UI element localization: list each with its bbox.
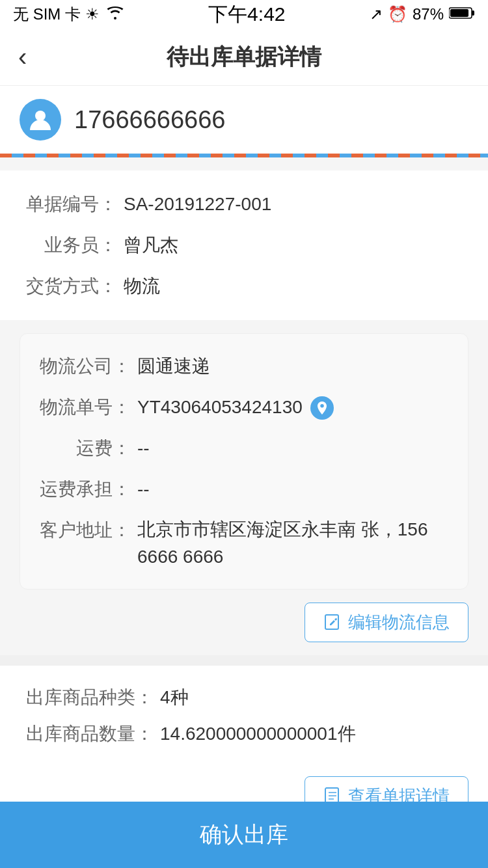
logistics-company-value: 圆通速递: [131, 352, 448, 381]
avatar: [20, 99, 61, 141]
goods-type-value: 4种: [154, 685, 462, 710]
freight-bear-value: --: [131, 475, 448, 504]
svg-rect-2: [450, 9, 468, 17]
order-info-section: 单据编号： SA-20191227-001 业务员： 曾凡杰 交货方式： 物流: [0, 170, 488, 320]
order-number-value: SA-20191227-001: [117, 190, 462, 219]
tracking-number: YT43064053424130: [137, 393, 303, 422]
battery-icon: [449, 5, 475, 23]
dashed-divider: [0, 154, 488, 157]
salesperson-value: 曾凡杰: [117, 231, 462, 260]
logistics-company-row: 物流公司： 圆通速递: [40, 352, 448, 381]
freight-bear-row: 运费承担： --: [40, 475, 448, 504]
user-card: 17666666666: [0, 86, 488, 154]
address-row: 客户地址： 北京市市辖区海淀区永丰南 张，156 6666 6666: [40, 516, 448, 571]
confirm-btn-wrap: 确认出库: [0, 802, 488, 868]
wifi-icon: [106, 5, 124, 23]
edit-logistics-button[interactable]: 编辑物流信息: [305, 603, 468, 642]
status-left: 无 SIM 卡 ☀: [13, 4, 124, 25]
battery-percent: 87%: [413, 5, 444, 23]
order-number-row: 单据编号： SA-20191227-001: [26, 190, 462, 219]
gray-divider: [0, 655, 488, 666]
tracking-row: 物流单号： YT43064053424130: [40, 393, 448, 422]
svg-point-3: [35, 111, 46, 121]
salesperson-label: 业务员：: [26, 231, 117, 260]
logistics-company-label: 物流公司：: [40, 352, 131, 381]
goods-section: 出库商品种类： 4种 出库商品数量： 14.620000000000001件: [0, 666, 488, 766]
nav-bar: ‹ 待出库单据详情: [0, 29, 488, 86]
address-label: 客户地址：: [40, 516, 131, 545]
salesperson-row: 业务员： 曾凡杰: [26, 231, 462, 260]
status-bar: 无 SIM 卡 ☀ 下午4:42 ↗ ⏰ 87%: [0, 0, 488, 29]
goods-type-label: 出库商品种类：: [26, 685, 154, 710]
freight-label: 运费：: [40, 434, 131, 463]
back-button[interactable]: ‹: [18, 42, 27, 72]
freight-value: --: [131, 434, 448, 463]
status-time: 下午4:42: [208, 1, 285, 28]
goods-quantity-value: 14.620000000000001件: [154, 722, 462, 746]
sim-status: 无 SIM 卡 ☀: [13, 4, 100, 25]
goods-type-row: 出库商品种类： 4种: [26, 685, 462, 710]
edit-logistics-wrap: 编辑物流信息: [0, 603, 488, 655]
location-arrow-icon: ↗: [370, 5, 383, 23]
freight-row: 运费： --: [40, 434, 448, 463]
edit-icon: [323, 613, 342, 631]
delivery-value: 物流: [117, 272, 462, 301]
page-container: 无 SIM 卡 ☀ 下午4:42 ↗ ⏰ 87% ‹ 待出库单据详情: [0, 0, 488, 868]
freight-bear-label: 运费承担：: [40, 475, 131, 504]
svg-rect-1: [472, 10, 474, 16]
confirm-button[interactable]: 确认出库: [200, 820, 288, 850]
goods-quantity-row: 出库商品数量： 14.620000000000001件: [26, 722, 462, 746]
alarm-icon: ⏰: [388, 5, 407, 23]
address-value: 北京市市辖区海淀区永丰南 张，156 6666 6666: [131, 516, 448, 571]
page-title: 待出库单据详情: [167, 42, 321, 72]
status-right: ↗ ⏰ 87%: [370, 5, 475, 23]
user-phone: 17666666666: [74, 106, 225, 134]
delivery-label: 交货方式：: [26, 272, 117, 301]
logistics-card: 物流公司： 圆通速递 物流单号： YT43064053424130 运费： --…: [20, 333, 468, 589]
map-pin-icon[interactable]: [310, 396, 334, 420]
tracking-value-wrap: YT43064053424130: [131, 393, 448, 422]
order-number-label: 单据编号：: [26, 190, 117, 219]
goods-quantity-label: 出库商品数量：: [26, 722, 154, 746]
delivery-row: 交货方式： 物流: [26, 272, 462, 301]
tracking-label: 物流单号：: [40, 393, 131, 422]
